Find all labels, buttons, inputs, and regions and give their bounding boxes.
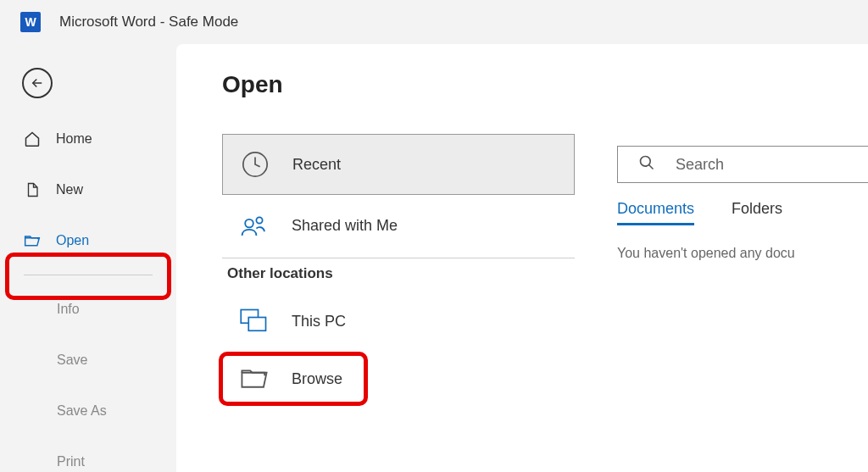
title-bar: W Microsoft Word - Safe Mode: [0, 0, 868, 44]
sidebar-item-label: Home: [56, 131, 92, 147]
location-browse[interactable]: Browse: [222, 352, 342, 406]
home-icon: [24, 130, 41, 147]
sidebar-item-label: New: [56, 182, 83, 197]
tab-documents[interactable]: Documents: [617, 200, 694, 225]
search-placeholder: Search: [676, 156, 724, 174]
sidebar-item-label: Open: [56, 233, 89, 248]
svg-point-2: [256, 217, 262, 223]
location-label: This PC: [292, 313, 346, 330]
back-button[interactable]: [22, 68, 53, 98]
sidebar-item-home[interactable]: Home: [0, 122, 176, 156]
svg-point-1: [245, 219, 253, 228]
search-icon: [638, 154, 655, 175]
right-column: Search Documents Folders You haven't ope…: [617, 71, 868, 472]
location-label: Shared with Me: [292, 217, 398, 235]
sidebar-item-print[interactable]: Print: [0, 445, 176, 472]
content-area: Home New Open Info Save Save As Print: [0, 44, 868, 472]
sidebar-item-info[interactable]: Info: [0, 292, 176, 326]
sidebar-item-label: Print: [57, 454, 85, 469]
sidebar-item-new[interactable]: New: [0, 173, 176, 207]
computer-icon: [239, 306, 270, 336]
sidebar: Home New Open Info Save Save As Print: [0, 44, 176, 472]
sidebar-item-save-as[interactable]: Save As: [0, 394, 176, 428]
folder-icon: [239, 364, 270, 394]
location-this-pc[interactable]: This PC: [222, 291, 575, 352]
location-divider: [222, 258, 575, 258]
location-label: Browse: [292, 370, 342, 388]
sidebar-item-label: Info: [57, 302, 80, 317]
window-title: Microsoft Word - Safe Mode: [59, 14, 238, 31]
svg-point-5: [641, 156, 651, 166]
clock-icon: [240, 149, 270, 180]
tabs: Documents Folders: [617, 200, 868, 225]
page-title: Open: [222, 71, 575, 98]
tab-folders[interactable]: Folders: [732, 200, 782, 225]
search-input[interactable]: Search: [617, 146, 868, 183]
word-app-icon: W: [20, 12, 41, 32]
other-locations-heading: Other locations: [227, 265, 575, 282]
people-icon: [239, 210, 270, 241]
location-shared-with-me[interactable]: Shared with Me: [222, 195, 575, 256]
sidebar-item-label: Save As: [57, 403, 107, 419]
sidebar-item-save[interactable]: Save: [0, 343, 176, 377]
empty-state-message: You haven't opened any docu: [617, 246, 868, 261]
sidebar-divider: [24, 275, 153, 275]
open-column: Open Recent Shared with Me Other locatio…: [176, 71, 617, 472]
location-recent[interactable]: Recent: [222, 134, 575, 195]
main-panel: Open Recent Shared with Me Other locatio…: [176, 44, 868, 472]
sidebar-item-open[interactable]: Open: [0, 224, 176, 258]
document-icon: [24, 181, 41, 198]
sidebar-item-label: Save: [57, 353, 87, 368]
folder-open-icon: [24, 232, 41, 249]
location-label: Recent: [292, 156, 341, 174]
arrow-left-icon: [30, 75, 45, 91]
svg-rect-4: [248, 318, 265, 331]
